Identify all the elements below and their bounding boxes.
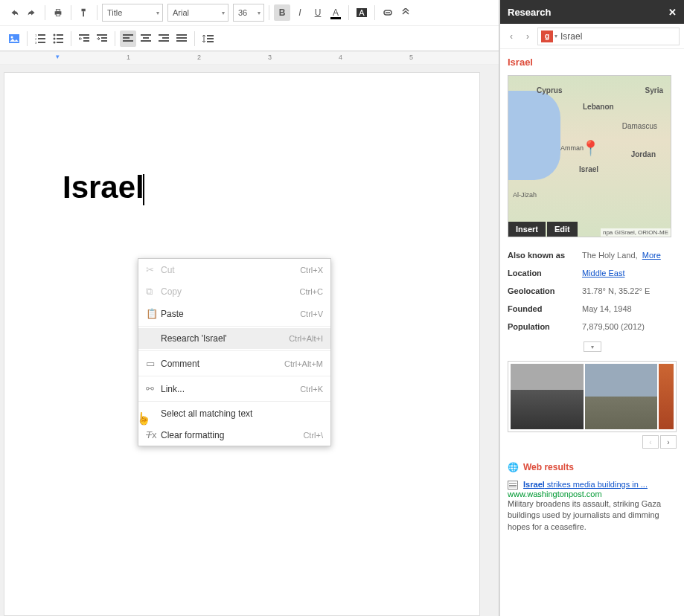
research-nav: ‹ › g ▾: [500, 24, 684, 49]
ctx-link[interactable]: ⚯ Link... Ctrl+K: [138, 378, 330, 400]
research-map[interactable]: Cyprus Syria Lebanon Damascus Amman Jord…: [508, 75, 671, 237]
svg-rect-10: [38, 38, 45, 39]
research-image-thumb[interactable]: [659, 364, 674, 429]
align-right-button[interactable]: [156, 31, 172, 47]
ruler-mark: 3: [268, 54, 272, 61]
font-size-select[interactable]: 36: [233, 4, 264, 22]
bulleted-list-button[interactable]: [50, 31, 66, 47]
svg-rect-30: [159, 34, 169, 36]
ctx-clear-kbd: Ctrl+\: [303, 431, 323, 440]
research-back-button[interactable]: ‹: [505, 28, 518, 45]
copy-icon: ⧉: [146, 286, 161, 298]
svg-rect-28: [143, 37, 149, 39]
underline-button[interactable]: U: [310, 4, 326, 21]
align-left-button[interactable]: [120, 31, 136, 47]
font-select[interactable]: Arial: [167, 4, 228, 22]
map-label-lebanon: Lebanon: [583, 103, 614, 111]
fact-founded-value: May 14, 1948: [582, 304, 677, 313]
map-edit-button[interactable]: Edit: [547, 222, 578, 237]
comment-icon: ▭: [146, 358, 161, 369]
highlight-color-button[interactable]: A: [354, 4, 370, 21]
facts-expand-button[interactable]: ▾: [584, 341, 601, 352]
map-insert-button[interactable]: Insert: [508, 222, 546, 237]
ruler-mark: 5: [409, 54, 413, 61]
ctx-comment-label: Comment: [161, 359, 284, 369]
ctx-cut-label: Cut: [161, 265, 300, 275]
insert-link-button[interactable]: [380, 4, 396, 21]
svg-rect-1: [56, 10, 60, 12]
research-close-button[interactable]: ✕: [668, 7, 677, 18]
svg-rect-11: [38, 42, 45, 43]
paragraph-style-select[interactable]: Title: [102, 4, 163, 22]
align-justify-button[interactable]: [173, 31, 190, 47]
ctx-select-matching[interactable]: Select all matching text: [138, 403, 330, 424]
svg-rect-4: [9, 34, 19, 43]
fact-geo-value: 31.78° N, 35.22° E: [582, 286, 677, 295]
numbered-list-button[interactable]: 123: [32, 31, 48, 47]
ctx-research-kbd: Ctrl+Alt+I: [289, 334, 323, 343]
ctx-clear-formatting[interactable]: Tx Clear formatting Ctrl+\: [138, 424, 330, 446]
undo-button[interactable]: [6, 4, 22, 21]
ctx-comment[interactable]: ▭ Comment Ctrl+Alt+M: [138, 353, 330, 374]
collapse-toolbar-button[interactable]: [397, 4, 414, 21]
research-image-strip: [508, 361, 677, 432]
svg-rect-15: [57, 34, 63, 36]
news-icon: [508, 481, 518, 490]
ruler-mark: 4: [339, 54, 342, 61]
research-header-title: Research: [508, 7, 552, 18]
ruler: ▾ 1 2 3 4 5: [0, 51, 499, 65]
ctx-copy-label: Copy: [161, 286, 300, 297]
document-title-text[interactable]: Israel: [63, 170, 144, 205]
research-search-input[interactable]: [560, 31, 676, 42]
svg-rect-38: [207, 41, 214, 42]
svg-rect-20: [83, 40, 89, 42]
italic-button[interactable]: I: [292, 4, 308, 21]
cut-icon: ✂: [146, 264, 161, 275]
print-button[interactable]: [50, 4, 66, 21]
image-prev-button[interactable]: ‹: [642, 435, 659, 449]
ruler-indent-marker[interactable]: ▾: [56, 53, 60, 60]
svg-rect-35: [176, 40, 187, 42]
map-label-syria: Syria: [645, 86, 663, 94]
ctx-paste-kbd: Ctrl+V: [300, 309, 323, 318]
bold-button[interactable]: B: [274, 4, 290, 21]
line-spacing-button[interactable]: [199, 31, 216, 47]
research-search-box[interactable]: g ▾: [537, 28, 680, 45]
insert-image-button[interactable]: [6, 31, 22, 47]
ruler-mark: 2: [197, 54, 201, 61]
text-cursor: [143, 174, 144, 205]
web-results-header: Web results: [523, 462, 574, 472]
toolbar: Title Arial 36 B I U A A 123: [0, 0, 499, 51]
web-result-snippet: Military broadens its assault, striking …: [508, 498, 677, 533]
svg-rect-26: [123, 40, 133, 42]
dropdown-icon[interactable]: ▾: [554, 33, 557, 39]
map-label-aljizah: Al-Jizah: [513, 191, 537, 199]
fact-aka-label: Also known as: [508, 251, 582, 260]
web-result-title-link[interactable]: Israel strikes media buildings in ...: [523, 480, 648, 489]
align-center-button[interactable]: [138, 31, 154, 47]
research-image-thumb[interactable]: [511, 364, 584, 429]
fact-location-link[interactable]: Middle East: [582, 269, 624, 277]
ctx-link-label: Link...: [161, 384, 300, 394]
fact-aka-more-link[interactable]: More: [642, 251, 661, 260]
svg-rect-19: [83, 37, 89, 39]
ctx-research[interactable]: ☝ Research 'Israel' Ctrl+Alt+I: [138, 328, 330, 349]
map-label-israel: Israel: [579, 165, 598, 173]
text-color-button[interactable]: A: [327, 4, 344, 21]
research-image-thumb[interactable]: [585, 364, 658, 429]
map-label-amman: Amman: [560, 144, 584, 152]
paint-format-button[interactable]: [76, 4, 92, 21]
outdent-button[interactable]: [76, 31, 92, 47]
redo-button[interactable]: [24, 4, 40, 21]
image-next-button[interactable]: ›: [660, 435, 677, 449]
svg-point-14: [54, 41, 56, 43]
svg-rect-33: [176, 34, 187, 36]
fact-geo-label: Geolocation: [508, 286, 582, 295]
svg-point-5: [11, 36, 13, 38]
ctx-paste[interactable]: 📋 Paste Ctrl+V: [138, 303, 330, 324]
research-forward-button[interactable]: ›: [521, 28, 534, 45]
clear-format-icon: Tx: [146, 429, 161, 440]
indent-button[interactable]: [94, 31, 110, 47]
svg-rect-24: [123, 34, 133, 36]
ctx-comment-kbd: Ctrl+Alt+M: [284, 359, 323, 368]
